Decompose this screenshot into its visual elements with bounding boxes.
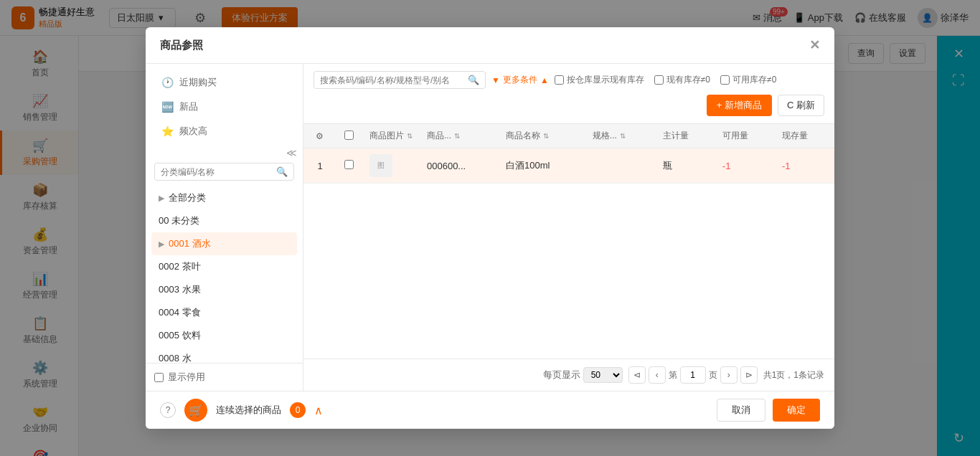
cart-count-badge: 0	[290, 402, 306, 418]
page-first-btn[interactable]: ⊲	[628, 366, 646, 384]
tab-recent-purchase[interactable]: 🕐 近期购买	[154, 71, 294, 94]
sort-code[interactable]: 商品... ⇅	[427, 130, 491, 142]
category-item-5[interactable]: 0005 饮料	[151, 324, 297, 347]
show-disabled-input[interactable]	[154, 373, 164, 382]
cart-icon-btn[interactable]: 🛒	[184, 399, 207, 422]
modal-bottom-bar: ? 🛒 连续选择的商品 0 ∧ 取消 确定	[146, 391, 834, 429]
cat5-label: 0005 饮料	[159, 329, 201, 342]
refresh-btn[interactable]: C 刷新	[778, 95, 824, 116]
checkbox-stock-label: 现有库存≠0	[666, 74, 710, 86]
modal-quick-tabs: 🕐 近期购买 🆕 新品 ⭐ 频次高	[146, 64, 303, 147]
col-gear: ⚙	[303, 124, 336, 148]
product-search-box[interactable]: 🔍	[314, 71, 486, 89]
category-item-4[interactable]: 0004 零食	[151, 301, 297, 324]
row-select-checkbox[interactable]	[344, 160, 354, 169]
sort-name[interactable]: 商品名称 ⇅	[506, 130, 578, 142]
category-item-all[interactable]: ▶ 全部分类	[151, 186, 297, 209]
tab-recent-label: 近期购买	[179, 76, 217, 89]
table-row[interactable]: 1 图 000600... 白酒100ml 瓶	[303, 148, 834, 184]
cat1-label: 0001 酒水	[169, 237, 211, 250]
page-navigation: ⊲ ‹ 第 页 › ⊳	[628, 366, 758, 384]
modal-action-buttons: 取消 确定	[717, 399, 820, 422]
more-filters-btn[interactable]: ▼ 更多条件 ▲	[491, 74, 549, 86]
help-icon[interactable]: ?	[160, 402, 176, 418]
sort-img[interactable]: 商品图片 ⇅	[369, 130, 413, 142]
show-disabled-checkbox[interactable]: 显示停用	[154, 371, 294, 384]
row-spec-cell	[585, 148, 656, 184]
confirm-btn[interactable]: 确定	[773, 399, 820, 422]
category-item-3[interactable]: 0003 水果	[151, 278, 297, 301]
category-item-1[interactable]: ▶ 0001 酒水	[151, 232, 297, 255]
checkbox-warehouse-input[interactable]	[555, 75, 564, 85]
page-size-select[interactable]: 10 20 50 100	[583, 367, 623, 383]
category-search-icon[interactable]: 🔍	[276, 166, 288, 177]
page-size-selector: 每页显示 10 20 50 100	[543, 367, 623, 383]
cancel-btn[interactable]: 取消	[717, 399, 765, 422]
cat6-label: 0008 水	[159, 352, 192, 363]
page-next-btn[interactable]: ›	[720, 366, 738, 384]
modal-header: 商品参照 ✕	[146, 27, 834, 64]
checkbox-available[interactable]: 可用库存≠0	[720, 74, 776, 86]
modal-overlay: 商品参照 ✕ 🕐 近期购买 🆕 新品 ⭐ 频次高	[0, 0, 980, 456]
tab-high-frequency[interactable]: ⭐ 频次高	[154, 120, 294, 143]
product-search-input[interactable]	[320, 75, 468, 85]
col-header-name: 商品名称 ⇅	[499, 124, 585, 148]
col-header-stock: 现存量	[775, 124, 834, 148]
col-header-code: 商品... ⇅	[420, 124, 499, 148]
checkbox-stock[interactable]: 现有库存≠0	[654, 74, 710, 86]
table-header-row: ⚙ 商品图片 ⇅	[303, 124, 834, 148]
checkbox-available-input[interactable]	[720, 75, 730, 85]
filter-icon: ▼	[491, 75, 500, 85]
filter-checkboxes: 按仓库显示现有库存 现有库存≠0 可用库存≠0	[555, 74, 777, 86]
checkbox-stock-input[interactable]	[654, 75, 664, 85]
tab-new-product[interactable]: 🆕 新品	[154, 95, 294, 118]
product-search-icon[interactable]: 🔍	[468, 75, 479, 85]
col-spec-label: 规格...	[593, 130, 617, 142]
recent-purchase-icon: 🕐	[161, 77, 174, 88]
filter-label: 更多条件	[503, 74, 537, 86]
category-item-6[interactable]: 0008 水	[151, 347, 297, 363]
col-select-all	[336, 124, 362, 148]
col-header-available: 可用量	[715, 124, 775, 148]
add-product-btn[interactable]: + 新增商品	[707, 95, 772, 116]
col-header-spec: 规格... ⇅	[585, 124, 656, 148]
sort-spec-icon: ⇅	[620, 132, 626, 140]
page-suffix: 页	[709, 369, 717, 381]
row-code-cell: 000600...	[420, 148, 499, 184]
select-all-checkbox[interactable]	[344, 130, 354, 140]
col-header-unit: 主计量	[656, 124, 715, 148]
modal-toolbar: 🔍 ▼ 更多条件 ▲ 按仓库显示现有库存 现	[303, 64, 834, 124]
category-search-box[interactable]: 🔍	[154, 163, 294, 181]
checkbox-warehouse-label: 按仓库显示现有库存	[567, 74, 644, 86]
checkbox-warehouse[interactable]: 按仓库显示现有库存	[555, 74, 644, 86]
col-name-label: 商品名称	[506, 130, 540, 142]
sort-spec[interactable]: 规格... ⇅	[593, 130, 649, 142]
stock-value: -1	[782, 161, 791, 171]
row-img-cell: 图	[362, 148, 420, 184]
page-last-btn[interactable]: ⊳	[740, 366, 758, 384]
col-header-img: 商品图片 ⇅	[362, 124, 420, 148]
collapse-left-btn[interactable]: ≪	[286, 147, 297, 158]
category-list: ▶ 全部分类 00 未分类 ▶ 0001 酒水 0002 茶叶 0003 水果	[146, 186, 303, 363]
row-index: 1	[303, 148, 336, 184]
sort-name-icon: ⇅	[543, 132, 549, 140]
expand-arrow-icon: ▶	[159, 194, 164, 203]
gear-settings-icon[interactable]: ⚙	[316, 131, 324, 141]
row-unit-cell: 瓶	[656, 148, 715, 184]
modal-close-button[interactable]: ✕	[809, 37, 820, 53]
page-total-info: 共1页，1条记录	[763, 369, 824, 381]
available-value: -1	[722, 161, 731, 171]
page-label: 第	[669, 369, 677, 381]
page-prev-btn[interactable]: ‹	[649, 366, 666, 384]
product-table-wrap: ⚙ 商品图片 ⇅	[303, 124, 834, 358]
col-img-label: 商品图片	[369, 130, 404, 142]
category-item-0[interactable]: 00 未分类	[151, 209, 297, 232]
modal-title: 商品参照	[160, 39, 203, 52]
category-search-input[interactable]	[161, 167, 276, 177]
product-table: ⚙ 商品图片 ⇅	[303, 124, 834, 184]
page-number-input[interactable]	[680, 366, 706, 384]
collapse-up-icon[interactable]: ∧	[314, 404, 323, 417]
modal-body: 🕐 近期购买 🆕 新品 ⭐ 频次高 ≪	[146, 64, 834, 391]
category-item-2[interactable]: 0002 茶叶	[151, 255, 297, 278]
col-available-label: 可用量	[722, 130, 748, 141]
